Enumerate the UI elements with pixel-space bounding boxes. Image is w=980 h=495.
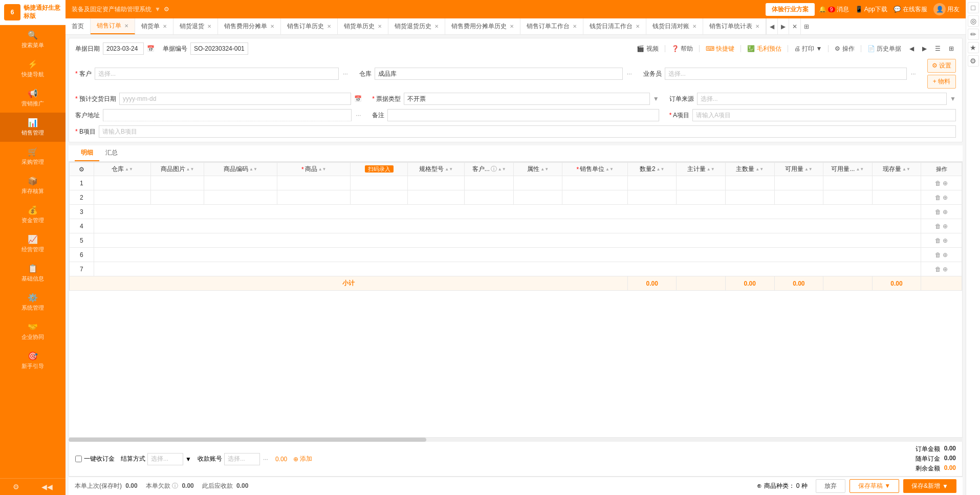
row-1-attr[interactable] [513,176,562,190]
tab-fee-history[interactable]: 销售费用分摊单历史 ✕ [445,18,520,34]
right-icon-2[interactable]: ◎ [968,15,979,27]
row-1-warehouse[interactable] [94,176,150,190]
sort-icon[interactable]: ▲▼ [657,167,665,171]
tab-close-icon[interactable]: ✕ [163,24,167,29]
tab-sales-stats[interactable]: 销售订单统计表 ✕ [703,18,766,34]
row-1-available[interactable] [774,176,823,190]
customer-expand-btn[interactable]: ··· [342,70,349,77]
row-2-product[interactable] [277,190,351,205]
draft-dropdown-icon[interactable]: ▼ [884,482,890,489]
copy-icon[interactable]: ⊕ [943,208,948,216]
delete-icon[interactable]: 🗑 [935,251,941,259]
user-item[interactable]: 👤 用友 [933,3,960,15]
warehouse-input[interactable]: 成品库 [375,68,623,80]
sort-icon[interactable]: ▲▼ [186,167,194,171]
order-no-value[interactable]: SO-20230324-001 [190,42,248,55]
row-2-attr[interactable] [513,190,562,205]
tab-close-icon[interactable]: ✕ [270,24,274,29]
row-1-product[interactable] [277,176,351,190]
tab-cash-workbench[interactable]: 钱货日清工作台 ✕ [583,18,646,34]
tab-home[interactable]: 首页 [66,18,91,34]
sidebar-item-sales[interactable]: 📊 销售管理 [0,113,66,142]
remark-input[interactable] [387,109,659,121]
row-2-main-unit[interactable] [677,190,726,205]
app-download-item[interactable]: 📱 App下载 [855,5,887,14]
sidebar-item-marketing[interactable]: 📢 营销推广 [0,83,66,113]
tab-next-nav[interactable]: ▶ [777,18,789,34]
sort-icon[interactable]: ▲▼ [318,167,326,171]
tab-close-icon[interactable]: ✕ [434,24,439,29]
help-btn[interactable]: ❓ 帮助 [669,44,695,54]
right-icon-4[interactable]: ★ [968,42,979,53]
tab-close-icon[interactable]: ✕ [124,23,128,29]
row-1-cust-code[interactable] [465,176,514,190]
row-2-current[interactable] [872,190,921,205]
tab-cash-reconcile[interactable]: 钱货日清对账 ✕ [646,18,703,34]
notification-item[interactable]: 🔔 9 消息 [819,5,849,14]
b-project-input[interactable]: 请输入B项目 [99,125,956,138]
print-btn[interactable]: 🖨 打印 ▼ [792,44,824,54]
row-2-main-qty[interactable] [725,190,774,205]
sort-icon[interactable]: ▲▼ [755,167,764,171]
tab-close-icon[interactable]: ✕ [636,24,640,29]
sort-icon[interactable]: ▲▼ [125,167,133,171]
row-1-main-unit[interactable] [677,176,726,190]
sort-icon[interactable]: ▲▼ [605,167,614,171]
horizontal-scrollbar[interactable] [69,438,963,442]
row-1-img[interactable] [151,176,204,190]
salesperson-expand-btn[interactable]: ··· [910,70,917,77]
online-service-item[interactable]: 💬 在线客服 [894,5,927,14]
debt-info-icon[interactable]: ⓘ [172,482,178,489]
tab-sales-history[interactable]: 销售订单历史 ✕ [281,18,338,34]
copy-icon[interactable]: ⊕ [943,251,948,259]
order-source-input[interactable]: 选择... [697,93,947,105]
prev-record-btn[interactable]: ◀ [907,44,916,53]
row-2-code[interactable] [204,190,277,205]
row-2-scan[interactable] [351,190,407,205]
delete-icon[interactable]: 🗑 [935,223,941,230]
sort-icon[interactable]: ▲▼ [804,167,813,171]
grid-view-btn[interactable]: ⊞ [947,44,956,53]
delete-icon[interactable]: 🗑 [935,266,941,273]
sidebar-item-guide[interactable]: 🎯 新手引导 [0,346,66,375]
copy-icon[interactable]: ⊕ [943,223,948,230]
sidebar-item-operations[interactable]: 📈 经营管理 [0,229,66,259]
row-1-available2[interactable] [823,176,873,190]
operation-btn[interactable]: ⚙ 操作 [833,44,856,54]
payment-method-select[interactable]: 选择... [147,453,183,465]
sidebar-item-basic[interactable]: 📋 基础信息 [0,259,66,288]
tab-sales-order[interactable]: 销售订单 ✕ [91,18,135,34]
tab-sales-fee[interactable]: 销售费用分摊单 ✕ [218,18,281,34]
row-1-qty2[interactable] [627,176,677,190]
calendar-icon[interactable]: 📅 [147,45,155,52]
save-dropdown-icon[interactable]: ▼ [942,483,948,490]
tab-return-history[interactable]: 销货退货历史 ✕ [388,18,445,34]
row-1-current[interactable] [872,176,921,190]
col-settings-icon[interactable]: ⚙ [79,166,84,173]
shortcut-btn[interactable]: ⌨ 快捷键 [704,44,736,54]
history-btn[interactable]: 📄 历史单据 [865,44,903,54]
save-draft-button[interactable]: 保存草稿 ▼ [850,479,899,493]
sort-icon[interactable]: ▲▼ [856,167,864,171]
sidebar-item-inventory[interactable]: 📦 库存核算 [0,171,66,200]
row-1-scan[interactable] [351,176,407,190]
tab-prev-nav[interactable]: ◀ [766,18,777,34]
delete-icon[interactable]: 🗑 [935,237,941,244]
scan-barcode-btn[interactable]: 扫码录入 [365,165,394,173]
order-source-dropdown[interactable]: ▼ [950,95,956,102]
row-2-available[interactable] [774,190,823,205]
tab-menu[interactable]: ⊞ [800,18,812,34]
copy-icon[interactable]: ⊕ [943,180,948,187]
right-icon-3[interactable]: ✏ [968,29,979,40]
th-settings[interactable]: ⚙ [70,163,94,176]
tab-close-icon[interactable]: ✕ [510,24,514,29]
copy-icon[interactable]: ⊕ [943,194,948,201]
right-icon-5[interactable]: ⚙ [968,55,979,67]
row-2-img[interactable] [151,190,204,205]
next-record-btn[interactable]: ▶ [920,44,929,53]
sort-icon[interactable]: ▲▼ [540,167,549,171]
row-1-unit[interactable] [562,176,627,190]
settings-button[interactable]: ⚙ 设置 [927,59,956,73]
collapse-icon[interactable]: ◀◀ [41,483,53,491]
list-view-btn[interactable]: ☰ [933,44,943,53]
